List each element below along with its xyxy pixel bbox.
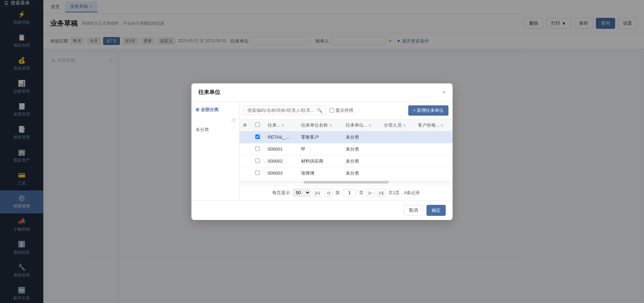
row-salesperson: [380, 155, 414, 167]
sort-icon: ⇅: [368, 124, 371, 127]
category-header-label: 全部分类: [201, 107, 219, 113]
total-label: 共1页，4条记录: [388, 190, 420, 196]
counterpart-modal: 往来单位 × ⊞ 全部分类 ◁ 未分类: [191, 83, 453, 220]
sort-icon: ⇅: [281, 124, 284, 127]
modal-close-button[interactable]: ×: [442, 89, 446, 96]
search-icon: 🔍: [317, 108, 322, 113]
col-settings: ⚙: [240, 119, 252, 131]
row-salesperson: [380, 143, 414, 155]
col-code-header: 往来... ⇅: [264, 119, 298, 131]
sort-icon: ⇅: [441, 124, 443, 127]
row-select-checkbox[interactable]: [255, 159, 260, 163]
horizontal-scrollbar[interactable]: [240, 181, 453, 184]
pagination: 每页显示 50 20 100 |◁ ◁ 第 页 ▷ ▷| 共1页，4条记录: [240, 185, 453, 200]
row-category: 未分类: [342, 167, 380, 179]
row-price: [414, 167, 453, 179]
table-row[interactable]: RETAIL_... 零散客户 未分类: [240, 131, 453, 143]
row-category: 未分类: [342, 155, 380, 167]
table-toolbar: 🔍 显示停用 + 新增往来单位: [240, 102, 453, 119]
row-settings: [240, 155, 252, 167]
last-page-button[interactable]: ▷|: [377, 189, 386, 197]
sort-icon: ⇅: [329, 124, 332, 127]
row-category: 未分类: [342, 131, 380, 143]
row-price: [414, 155, 453, 167]
row-code: RETAIL_...: [264, 131, 298, 143]
collapse-category-button[interactable]: ◁: [229, 115, 237, 125]
category-header[interactable]: ⊞ 全部分类: [191, 105, 239, 115]
table-row[interactable]: 000003 张师傅 未分类: [240, 167, 453, 179]
show-disabled-label[interactable]: 显示停用: [330, 107, 353, 114]
table-scroll[interactable]: ⚙ 往来... ⇅ 往来单位名称: [240, 119, 453, 179]
modal-overlay: 往来单位 × ⊞ 全部分类 ◁ 未分类: [0, 0, 644, 303]
category-item-unclassified[interactable]: 未分类: [191, 125, 239, 135]
row-name: 零散客户: [298, 131, 342, 143]
sort-icon: ⇅: [403, 124, 406, 127]
row-checkbox: [252, 143, 264, 155]
page-suffix: 页: [359, 190, 364, 196]
per-page-label: 每页显示: [272, 190, 290, 196]
modal-title: 往来单位: [198, 89, 220, 96]
row-code: 000001: [264, 143, 298, 155]
show-disabled-text: 显示停用: [335, 107, 353, 114]
search-input[interactable]: [247, 108, 315, 113]
col-salesperson-header: 分管人员 ⇅: [380, 119, 414, 131]
modal-header: 往来单位 ×: [191, 83, 453, 102]
table-header-row: ⚙ 往来... ⇅ 往来单位名称: [240, 119, 453, 131]
row-name: 张师傅: [298, 167, 342, 179]
search-box: 🔍: [244, 106, 326, 115]
row-checkbox: [252, 167, 264, 179]
confirm-button[interactable]: 确定: [426, 205, 446, 216]
page-label: 第: [335, 190, 340, 196]
row-salesperson: [380, 167, 414, 179]
per-page-select[interactable]: 50 20 100: [293, 189, 311, 197]
row-category: 未分类: [342, 143, 380, 155]
col-name-header: 往来单位名称 ⇅: [298, 119, 342, 131]
new-counterpart-button[interactable]: + 新增往来单位: [408, 105, 448, 116]
row-salesperson: [380, 131, 414, 143]
row-settings: [240, 131, 252, 143]
grid-icon: ⊞: [196, 107, 199, 112]
settings-icon: ⚙: [243, 123, 247, 128]
prev-page-button[interactable]: ◁: [324, 189, 333, 197]
row-price: [414, 131, 453, 143]
category-unclassified-label: 未分类: [196, 127, 209, 132]
row-price: [414, 143, 453, 155]
next-page-button[interactable]: ▷: [366, 189, 375, 197]
show-disabled-checkbox[interactable]: [330, 108, 334, 113]
row-code: 000003: [264, 167, 298, 179]
first-page-button[interactable]: |◁: [313, 189, 322, 197]
category-panel: ⊞ 全部分类 ◁ 未分类: [191, 102, 240, 200]
table-row[interactable]: 000002 材料供应商 未分类: [240, 155, 453, 167]
row-name: 甲: [298, 143, 342, 155]
modal-body: ⊞ 全部分类 ◁ 未分类 🔍: [191, 102, 453, 200]
table-panel: 🔍 显示停用 + 新增往来单位 ⚙: [240, 102, 453, 200]
row-checkbox: [252, 155, 264, 167]
col-category-header: 往来单位... ⇅: [342, 119, 380, 131]
col-checkbox: [252, 119, 264, 131]
row-checkbox: [252, 131, 264, 143]
page-number-input[interactable]: [343, 189, 356, 196]
row-settings: [240, 143, 252, 155]
row-select-checkbox[interactable]: [255, 171, 260, 175]
select-all-checkbox[interactable]: [255, 123, 260, 127]
table-row[interactable]: 000001 甲 未分类: [240, 143, 453, 155]
row-settings: [240, 167, 252, 179]
modal-footer: 取消 确定: [191, 200, 453, 220]
row-name: 材料供应商: [298, 155, 342, 167]
counterpart-table: ⚙ 往来... ⇅ 往来单位名称: [240, 119, 453, 179]
row-code: 000002: [264, 155, 298, 167]
row-select-checkbox[interactable]: [255, 135, 260, 139]
cancel-button[interactable]: 取消: [404, 205, 423, 216]
scrollbar-thumb[interactable]: [303, 181, 389, 184]
row-select-checkbox[interactable]: [255, 147, 260, 151]
col-price-header: 客户价格... ⇅: [414, 119, 453, 131]
